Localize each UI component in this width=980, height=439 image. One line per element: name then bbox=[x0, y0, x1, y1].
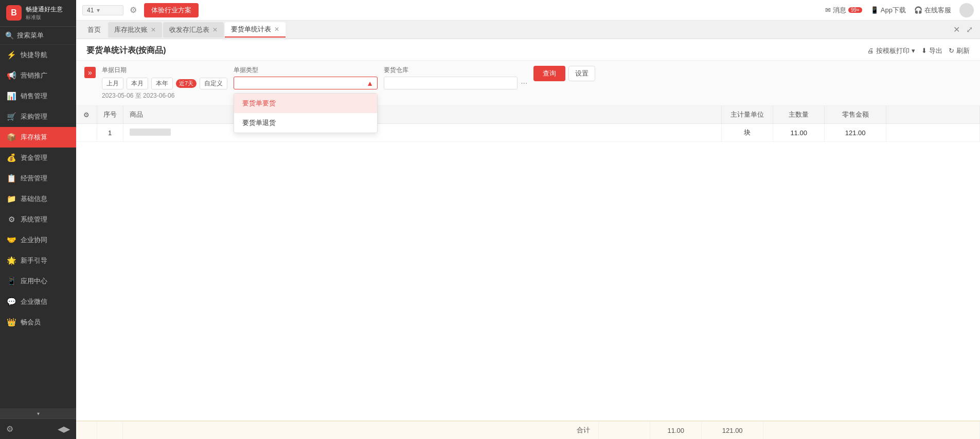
tab-home[interactable]: 首页 bbox=[81, 22, 107, 38]
export-button[interactable]: ⬇ 导出 bbox=[921, 46, 942, 56]
store-name: 41 bbox=[87, 7, 94, 14]
row-gear bbox=[76, 124, 97, 142]
type-dropdown-menu: 要货单要货 要货单退货 bbox=[234, 93, 378, 133]
filter-type-arrow[interactable]: ▲ bbox=[366, 79, 373, 87]
tab-bar: 首页 库存批次账 ✕ 收发存汇总表 ✕ 要货单统计表 ✕ ✕ ⤢ bbox=[76, 21, 980, 39]
sidebar-item-quick-nav[interactable]: ⚡ 快捷导航 bbox=[0, 45, 76, 65]
search-label: 搜索菜单 bbox=[17, 31, 44, 40]
dropdown-item-requisition-order[interactable]: 要货单要货 bbox=[234, 94, 377, 113]
app-download-label: App下载 bbox=[881, 6, 906, 15]
query-button[interactable]: 查询 bbox=[533, 66, 565, 81]
date-last-month-button[interactable]: 上月 bbox=[102, 78, 123, 89]
sales-icon: 📊 bbox=[6, 92, 16, 101]
sidebar-item-member[interactable]: 👑 畅会员 bbox=[0, 312, 76, 333]
sidebar-scroll-down[interactable]: ▾ bbox=[0, 408, 76, 418]
print-template-button[interactable]: 🖨 按模板打印 ▾ bbox=[867, 46, 915, 56]
filter-date-group: 单据日期 上月 本月 本年 近7天 自定义 2023-05-06 至 2023-… bbox=[102, 66, 227, 100]
main-content: 41 ▾ ⚙ 体验行业方案 ✉ 消息 99+ 📱 App下载 🎧 在线客服 bbox=[76, 0, 980, 439]
sidebar-item-app-center[interactable]: 📱 应用中心 bbox=[0, 271, 76, 291]
sidebar-item-enterprise[interactable]: 🤝 企业协同 bbox=[0, 230, 76, 250]
tab-home-label: 首页 bbox=[87, 25, 101, 34]
app-logo: B 畅捷通好生意 标准版 bbox=[0, 0, 76, 27]
close-all-tabs-button[interactable]: ✕ bbox=[951, 24, 962, 35]
mobile-icon: 📱 bbox=[870, 6, 879, 14]
print-label: 按模板打印 bbox=[876, 46, 910, 56]
tab-inventory-batch-close[interactable]: ✕ bbox=[151, 26, 156, 33]
table-col-extra bbox=[886, 106, 980, 124]
goods-placeholder bbox=[130, 129, 171, 136]
date-recent-badge[interactable]: 近7天 bbox=[176, 79, 197, 88]
date-custom-button[interactable]: 自定义 bbox=[200, 78, 227, 89]
sidebar-item-inventory[interactable]: 📦 库存核算 bbox=[0, 127, 76, 148]
app-download-item[interactable]: 📱 App下载 bbox=[870, 6, 906, 15]
date-this-month-button[interactable]: 本月 bbox=[127, 78, 148, 89]
table-col-gear[interactable]: ⚙ bbox=[76, 106, 97, 124]
sidebar-search[interactable]: 🔍 搜索菜单 bbox=[0, 27, 76, 45]
filter-setting-button[interactable]: 设置 bbox=[568, 66, 595, 81]
topbar-right: ✉ 消息 99+ 📱 App下载 🎧 在线客服 bbox=[825, 3, 974, 17]
tab-inventory-batch-label: 库存批次账 bbox=[114, 25, 148, 34]
sidebar-item-guide[interactable]: 🌟 新手引导 bbox=[0, 250, 76, 271]
store-dropdown-arrow: ▾ bbox=[97, 7, 100, 14]
message-item[interactable]: ✉ 消息 99+ bbox=[825, 6, 862, 15]
sidebar-item-management[interactable]: 📋 经营管理 bbox=[0, 168, 76, 189]
user-avatar[interactable] bbox=[959, 3, 974, 17]
restore-tabs-button[interactable]: ⤢ bbox=[964, 24, 975, 35]
trial-button[interactable]: 体验行业方案 bbox=[144, 3, 199, 17]
filter-more-button[interactable]: ··· bbox=[521, 79, 527, 88]
online-service-item[interactable]: 🎧 在线客服 bbox=[914, 6, 951, 15]
table-wrap: ⚙ 序号 商品 主计量单位 主数量 零售金额 1 bbox=[76, 106, 980, 420]
filter-type-input-wrap: ▲ 要货单要货 要货单退货 bbox=[234, 77, 378, 89]
page-title: 要货单统计表(按商品) bbox=[86, 45, 166, 56]
message-icon: ✉ bbox=[825, 6, 831, 14]
tab-receipt-summary[interactable]: 收发存汇总表 ✕ bbox=[163, 22, 224, 38]
sidebar-item-sales[interactable]: 📊 销售管理 bbox=[0, 86, 76, 106]
table-footer: 合计 11.00 121.00 bbox=[76, 420, 980, 439]
sidebar-item-basic-info[interactable]: 📁 基础信息 bbox=[0, 189, 76, 209]
sidebar-item-marketing[interactable]: 📢 营销推广 bbox=[0, 65, 76, 86]
filter-warehouse-label: 要货仓库 bbox=[384, 66, 527, 75]
enterprise-label: 企业协同 bbox=[21, 235, 47, 245]
footer-row: 合计 11.00 121.00 bbox=[76, 422, 980, 439]
tab-requisition-stats-close[interactable]: ✕ bbox=[274, 26, 279, 33]
sidebar-item-finance[interactable]: 💰 资金管理 bbox=[0, 148, 76, 168]
settings-icon[interactable]: ⚙ bbox=[6, 424, 13, 434]
guide-label: 新手引导 bbox=[21, 256, 47, 265]
tab-inventory-batch[interactable]: 库存批次账 ✕ bbox=[108, 22, 162, 38]
sidebar-item-purchase[interactable]: 🛒 采购管理 bbox=[0, 106, 76, 127]
filter-actions: 查询 设置 bbox=[533, 66, 595, 82]
sales-label: 销售管理 bbox=[21, 92, 47, 101]
sidebar-item-wechat[interactable]: 💬 企业微信 bbox=[0, 291, 76, 312]
member-icon: 👑 bbox=[6, 318, 16, 327]
export-label: 导出 bbox=[929, 46, 942, 56]
filter-type-group: 单据类型 ▲ 要货单要货 要货单退货 bbox=[234, 66, 378, 89]
enterprise-icon: 🤝 bbox=[6, 235, 16, 245]
management-label: 经营管理 bbox=[21, 174, 47, 183]
inventory-icon: 📦 bbox=[6, 133, 16, 142]
filter-type-input[interactable] bbox=[234, 77, 378, 89]
filter-date-row: 上月 本月 本年 近7天 自定义 bbox=[102, 78, 227, 89]
tab-bar-actions: ✕ ⤢ bbox=[951, 24, 975, 35]
export-icon: ⬇ bbox=[921, 47, 927, 54]
row-goods bbox=[123, 124, 722, 142]
collapse-icon[interactable]: ◀▶ bbox=[58, 424, 70, 434]
footer-label-cell: 合计 bbox=[122, 422, 599, 439]
store-selector[interactable]: 41 ▾ bbox=[82, 5, 123, 15]
app-sub: 标准版 bbox=[26, 14, 63, 21]
sidebar-item-system[interactable]: ⚙ 系统管理 bbox=[0, 209, 76, 230]
filter-warehouse-input[interactable] bbox=[384, 77, 518, 89]
tab-receipt-summary-close[interactable]: ✕ bbox=[212, 26, 218, 33]
online-service-label: 在线客服 bbox=[924, 6, 951, 15]
app-center-icon: 📱 bbox=[6, 277, 16, 286]
footer-amount-cell: 121.00 bbox=[702, 422, 763, 439]
row-qty: 11.00 bbox=[773, 124, 825, 142]
refresh-button[interactable]: ↻ 刷新 bbox=[949, 46, 970, 56]
tab-requisition-stats[interactable]: 要货单统计表 ✕ bbox=[225, 22, 286, 38]
topbar-gear-icon[interactable]: ⚙ bbox=[130, 5, 137, 15]
filter-expand-button[interactable]: » bbox=[84, 67, 96, 78]
dropdown-item-requisition-return[interactable]: 要货单退货 bbox=[234, 113, 377, 133]
wechat-label: 企业微信 bbox=[21, 297, 47, 306]
date-this-year-button[interactable]: 本年 bbox=[151, 78, 173, 89]
page-content: 要货单统计表(按商品) 🖨 按模板打印 ▾ ⬇ 导出 ↻ 刷新 » bbox=[76, 39, 980, 439]
refresh-icon: ↻ bbox=[949, 47, 954, 54]
